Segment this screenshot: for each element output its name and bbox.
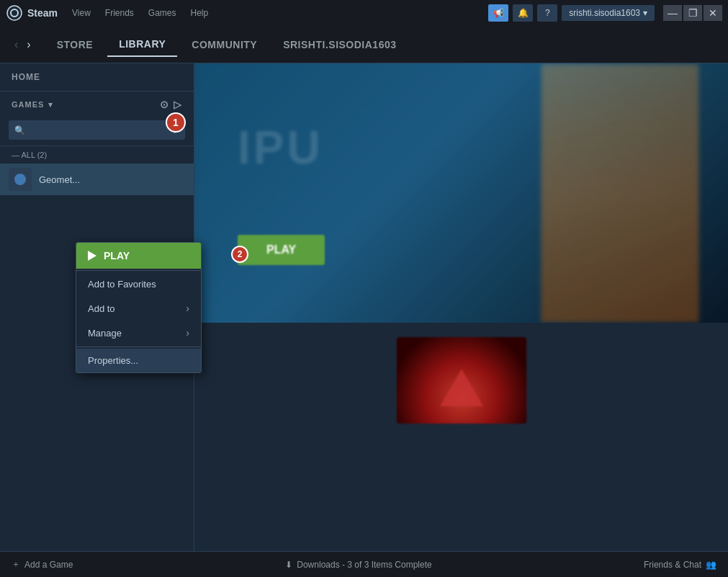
play-triangle-icon [88,251,96,261]
help-button[interactable]: ? [537,4,557,22]
downloads-label: Downloads - 3 of 3 Items Complete [297,560,431,570]
add-icon: ＋ [12,558,20,571]
banner-play-button[interactable]: PLAY [238,235,325,265]
ctx-add-to-arrow: › [186,303,189,314]
ctx-separator-2 [76,346,201,347]
nav-arrows: ‹ › [12,35,34,54]
sort-icon[interactable]: ▷ [174,99,182,110]
add-game-button[interactable]: ＋ Add a Game [12,558,73,571]
ctx-add-to[interactable]: Add to › [76,296,201,321]
main-layout: 1 HOME GAMES ▾ ⊙ ▷ 🔍 ⧩ — ALL (2) [0,63,728,551]
sidebar: 1 HOME GAMES ▾ ⊙ ▷ 🔍 ⧩ — ALL (2) [0,63,194,551]
main-content: IPU PLAY [194,63,728,551]
search-icon: 🔍 [14,125,25,135]
nav-community[interactable]: COMMUNITY [180,33,269,56]
section-icons: ⊙ ▷ [160,99,182,110]
friends-chat-button[interactable]: Friends & Chat 👥 [644,560,716,570]
game-item-0[interactable]: Geomet... [0,164,194,195]
annotation-2: 2 [231,246,248,263]
nav-username[interactable]: SRISHTI.SISODIA1603 [271,33,408,56]
search-bar[interactable]: 🔍 ⧩ [9,120,185,140]
annotation-1: 1 [166,112,186,133]
sidebar-home[interactable]: HOME [0,63,194,91]
menu-games[interactable]: Games [143,5,182,21]
steam-logo[interactable]: Steam [6,4,58,22]
game-triangle-icon [440,369,483,406]
steam-label: Steam [27,7,58,19]
ctx-play-button[interactable]: PLAY [76,243,201,269]
chevron-down-icon: ▾ [48,100,53,109]
friends-icon: 👥 [706,560,716,570]
close-button[interactable]: ✕ [704,5,722,21]
lower-content [194,323,728,438]
game-thumbnail-0 [9,168,32,191]
title-bar: Steam View Friends Games Help 📢 🔔 ? sris… [0,0,728,26]
user-name-label: srishti.sisodia1603 [569,8,640,18]
downloads-status[interactable]: ⬇ Downloads - 3 of 3 Items Complete [87,560,629,570]
banner-logo-area: IPU [238,121,323,174]
games-section-label: GAMES [12,100,44,109]
banner-character-art [541,63,699,323]
menu-help[interactable]: Help [185,5,215,21]
all-label: — ALL (2) [0,146,194,164]
banner-logo-text: IPU [238,121,323,174]
restore-button[interactable]: ❐ [683,5,702,21]
add-game-label: Add a Game [24,560,73,570]
sidebar-games-section[interactable]: GAMES ▾ ⊙ ▷ [0,91,194,117]
ctx-properties[interactable]: Properties... 2 [76,349,201,372]
ctx-add-favorites[interactable]: Add to Favorites [76,272,201,296]
nav-bar: ‹ › STORE LIBRARY COMMUNITY SRISHTI.SISO… [0,26,728,63]
nav-library[interactable]: LIBRARY [107,32,177,57]
back-button[interactable]: ‹ [12,35,21,54]
notification-button[interactable]: 🔔 [513,4,533,22]
context-menu: PLAY Add to Favorites Add to › Manage › … [76,242,202,373]
game-name-0: Geomet... [39,174,80,185]
announce-button[interactable]: 📢 [488,4,508,22]
title-bar-menu: View Friends Games Help [66,5,214,21]
friends-label: Friends & Chat [644,560,701,570]
menu-view[interactable]: View [66,5,96,21]
ctx-separator-1 [76,270,201,271]
search-input[interactable] [30,125,166,135]
ctx-play-label: PLAY [104,250,130,261]
menu-friends[interactable]: Friends [99,5,140,21]
user-menu-button[interactable]: srishti.sisodia1603 ▾ [562,5,655,21]
title-bar-right: 📢 🔔 ? srishti.sisodia1603 ▾ — ❐ ✕ [488,4,722,22]
window-controls: — ❐ ✕ [663,5,722,21]
game-banner: IPU PLAY [194,63,728,323]
ctx-manage[interactable]: Manage › [76,321,201,345]
svg-point-0 [7,6,22,20]
title-bar-left: Steam View Friends Games Help [6,4,488,22]
nav-store[interactable]: STORE [45,33,104,56]
ctx-manage-arrow: › [186,327,189,339]
download-icon: ⬇ [285,560,292,570]
user-chevron-icon: ▾ [643,8,647,18]
game-icon-thumb [9,168,32,191]
forward-button[interactable]: › [24,35,33,54]
svg-point-2 [14,174,26,185]
status-bar: ＋ Add a Game ⬇ Downloads - 3 of 3 Items … [0,551,728,577]
minimize-button[interactable]: — [663,5,682,21]
game-icon-large [397,337,526,424]
steam-icon [6,4,23,22]
clock-icon[interactable]: ⊙ [160,99,169,110]
